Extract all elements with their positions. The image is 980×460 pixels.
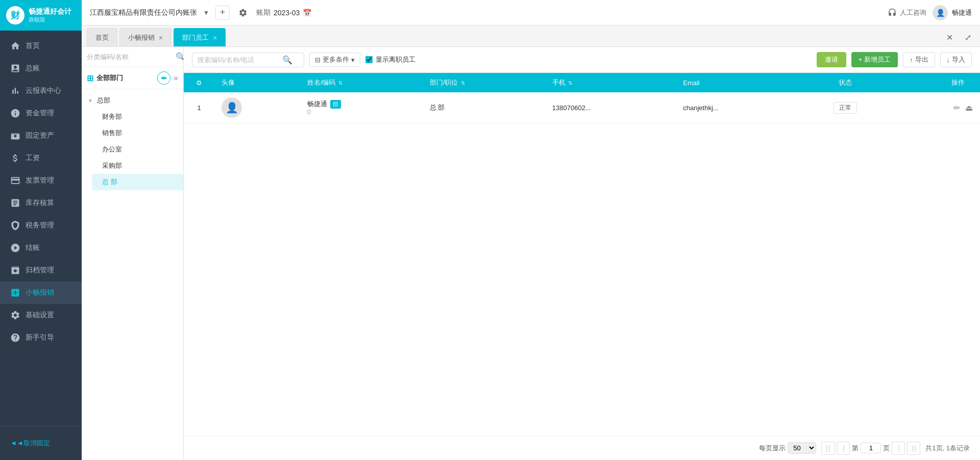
col-settings[interactable]: ⚙ xyxy=(184,73,214,92)
sidebar-item-reports-label: 云报表中心 xyxy=(26,86,61,95)
table-header-row: ⚙ 头像 姓名/编码 ⇅ 部门/职位 ⇅ 手机 xyxy=(184,73,980,92)
col-phone[interactable]: 手机 ⇅ xyxy=(545,73,676,92)
logout-icon[interactable]: ⏏ xyxy=(965,103,973,113)
inventory-icon xyxy=(10,198,20,208)
next-page-btn[interactable]: ⟩ xyxy=(892,442,905,455)
cancel-pin-btn[interactable]: ◄◄取消固定 xyxy=(0,432,82,454)
sidebar-item-ledger[interactable]: 总账 xyxy=(0,57,82,80)
tax-icon xyxy=(10,220,20,231)
sidebar-item-expense-label: 小畅报销 xyxy=(26,288,54,297)
import-btn[interactable]: ↓ 导入 xyxy=(940,52,972,67)
add-company-btn[interactable]: + xyxy=(215,6,230,20)
sidebar-item-guide[interactable]: 新手引导 xyxy=(0,326,82,349)
logo-title: 畅捷通好会计 xyxy=(29,7,71,16)
last-page-btn[interactable]: ⟩⟩ xyxy=(907,442,920,455)
sidebar-item-guide-label: 新手引导 xyxy=(26,333,54,342)
sidebar-item-salary[interactable]: 工资 xyxy=(0,147,82,169)
sidebar-item-home-label: 首页 xyxy=(26,41,40,50)
dept-item-general[interactable]: 总 部 xyxy=(92,174,183,190)
funds-icon xyxy=(10,108,20,118)
filter-btn[interactable]: ⊟ 更多条件 ▾ xyxy=(309,53,360,67)
col-name-code[interactable]: 姓名/编码 ⇅ xyxy=(300,73,423,92)
sidebar-item-archive[interactable]: 归档管理 xyxy=(0,259,82,282)
dept-parent-headquarters[interactable]: ▼ 总部 xyxy=(82,92,183,109)
settings-icon xyxy=(10,310,20,320)
maximize-tab-btn[interactable]: ⤢ xyxy=(961,30,975,44)
first-page-btn[interactable]: ⟨⟨ xyxy=(821,442,835,455)
sidebar-item-settings[interactable]: 基础设置 xyxy=(0,304,82,326)
sidebar-item-funds-label: 资金管理 xyxy=(26,109,54,118)
invite-btn[interactable]: 邀请 xyxy=(817,52,846,67)
dept-item-sales[interactable]: 销售部 xyxy=(92,125,183,141)
sidebar-item-home[interactable]: 首页 xyxy=(0,35,82,57)
sidebar: 财 畅捷通好会计 旗舰版 首页 总账 云报表中心 资金管理 固定资产 工资 xyxy=(0,0,82,460)
sidebar-item-assets-label: 固定资产 xyxy=(26,131,54,140)
tab-expense-close[interactable]: × xyxy=(159,34,163,42)
all-dept-label: 全部部门 xyxy=(96,73,123,83)
period-value: 2023-03 xyxy=(274,9,300,17)
user-menu[interactable]: 👤 畅捷通 xyxy=(933,5,972,20)
dept-edit-btn[interactable]: ✏ xyxy=(157,71,170,85)
page-size-dropdown[interactable]: 50 10 20 100 xyxy=(788,442,816,454)
sidebar-item-tax-label: 税务管理 xyxy=(26,221,54,230)
emp-search-input[interactable] xyxy=(198,56,279,64)
show-resigned-label[interactable]: 显示离职员工 xyxy=(365,55,415,64)
sidebar-navigation: 首页 总账 云报表中心 资金管理 固定资产 工资 发票管理 库存核算 xyxy=(0,31,82,426)
sidebar-item-ledger-label: 总账 xyxy=(26,64,40,73)
emp-name: 畅捷通 xyxy=(307,99,327,109)
header-settings-icon[interactable] xyxy=(236,6,250,20)
show-resigned-checkbox[interactable] xyxy=(365,56,373,63)
dept-item-finance[interactable]: 财务部 xyxy=(92,109,183,125)
company-name: 江西服宝精品有限责任公司内账张 xyxy=(90,8,197,17)
support-label: 人工咨询 xyxy=(900,8,926,17)
calendar-icon[interactable]: 📅 xyxy=(303,9,311,17)
dept-header-left: ⊞ 全部部门 xyxy=(87,73,123,83)
page-total: 共1页, 1条记录 xyxy=(925,444,970,453)
archive-icon xyxy=(10,265,20,275)
dept-search-icon[interactable]: 🔍 xyxy=(176,52,184,62)
dept-panel: 🔍 ⊞ 全部部门 ✏ » ▼ 总部 财务部 销售部 xyxy=(82,47,184,460)
sidebar-item-funds[interactable]: 资金管理 xyxy=(0,102,82,124)
account-period: 账期 2023-03 📅 xyxy=(256,8,311,17)
support-btn[interactable]: 人工咨询 xyxy=(888,8,926,17)
sidebar-item-checkout[interactable]: 结账 xyxy=(0,237,82,259)
close-tab-btn[interactable]: ✕ xyxy=(942,30,957,44)
period-label: 账期 xyxy=(256,8,271,17)
tabs-actions: ✕ ⤢ xyxy=(942,30,975,46)
dept-item-office[interactable]: 办公室 xyxy=(92,141,183,158)
edit-icon[interactable]: ✏ xyxy=(953,103,960,113)
sidebar-item-invoice[interactable]: 发票管理 xyxy=(0,169,82,192)
tab-dept-emp[interactable]: 部门员工 × xyxy=(174,28,226,46)
export-btn[interactable]: ↑ 导出 xyxy=(903,52,935,67)
dept-search-input[interactable] xyxy=(87,53,173,61)
prev-page-btn[interactable]: ⟨ xyxy=(837,442,850,455)
emp-code: 0 xyxy=(307,109,415,116)
dept-parent-label: 总部 xyxy=(97,96,110,105)
company-dropdown-icon[interactable]: ▼ xyxy=(203,9,209,16)
add-employee-btn[interactable]: + 新增员工 xyxy=(851,52,898,67)
sidebar-item-reports[interactable]: 云报表中心 xyxy=(0,80,82,102)
ledger-icon xyxy=(10,63,20,73)
col-actions: 操作 xyxy=(892,73,980,92)
filter-icon: ⊟ xyxy=(315,56,321,64)
home-icon xyxy=(10,41,20,51)
sidebar-item-assets[interactable]: 固定资产 xyxy=(0,124,82,147)
header: 江西服宝精品有限责任公司内账张 ▼ + 账期 2023-03 📅 人工咨询 👤 … xyxy=(82,0,980,25)
tab-dept-emp-close[interactable]: × xyxy=(213,34,217,42)
sidebar-item-expense[interactable]: 小畅报销 xyxy=(0,282,82,304)
sidebar-item-salary-label: 工资 xyxy=(26,154,40,163)
dept-collapse-btn[interactable]: » xyxy=(174,73,178,83)
tabs-bar: 首页 小畅报销 × 部门员工 × ✕ ⤢ xyxy=(82,25,980,47)
export-icon: ↑ xyxy=(910,56,913,64)
page-number-input[interactable] xyxy=(861,443,881,453)
sort-name-icon: ⇅ xyxy=(338,80,342,86)
row-email: chanjethkj... xyxy=(676,92,798,123)
tab-home[interactable]: 首页 xyxy=(87,28,117,46)
col-dept-pos[interactable]: 部门/职位 ⇅ xyxy=(423,73,545,92)
tab-expense[interactable]: 小畅报销 × xyxy=(119,28,172,46)
sidebar-item-inventory[interactable]: 库存核算 xyxy=(0,192,82,214)
dept-item-purchase[interactable]: 采购部 xyxy=(92,158,183,174)
sidebar-item-tax[interactable]: 税务管理 xyxy=(0,214,82,237)
emp-search-icon[interactable]: 🔍 xyxy=(282,55,292,65)
sidebar-item-checkout-label: 结账 xyxy=(26,243,40,252)
